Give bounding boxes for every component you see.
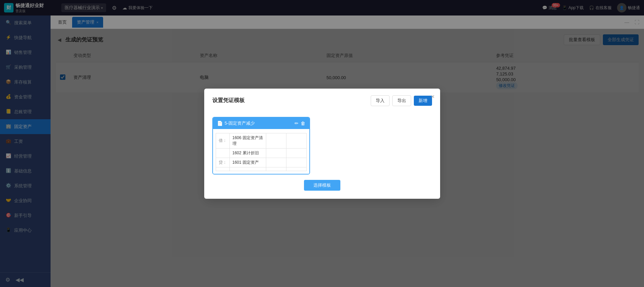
row-credit	[286, 158, 306, 167]
new-template-btn[interactable]: 新增	[414, 96, 432, 106]
template-card-header: 📄 5-固定资产减少 ✏ 🗑	[213, 118, 309, 129]
import-btn[interactable]: 导入	[371, 95, 390, 106]
template-card: 📄 5-固定资产减少 ✏ 🗑 借： 1606 固定资产清理	[212, 117, 310, 174]
template-row-3: 贷： 1601 固定资产	[216, 158, 306, 167]
select-template-btn[interactable]: 选择模板	[304, 180, 340, 191]
row-account: 1602 累计折旧	[229, 148, 266, 158]
row-debit	[266, 133, 286, 148]
template-card-body: 借： 1606 固定资产清理 1602 累计折旧	[213, 129, 309, 174]
set-template-modal: 设置凭证模板 导入 导出 新增 × 📄 5-固定资产减少 ✏ 🗑	[204, 89, 440, 199]
row-direction: 借：	[216, 133, 229, 148]
modal-body: 📄 5-固定资产减少 ✏ 🗑 借： 1606 固定资产清理	[204, 111, 440, 199]
template-table: 借： 1606 固定资产清理 1602 累计折旧	[216, 133, 307, 171]
export-btn[interactable]: 导出	[392, 95, 411, 106]
template-row-2: 1602 累计折旧	[216, 148, 306, 158]
template-delete-btn[interactable]: 🗑	[301, 121, 305, 126]
row-debit	[266, 148, 286, 158]
row-debit	[266, 158, 286, 167]
modal-backdrop: 设置凭证模板 导入 导出 新增 × 📄 5-固定资产减少 ✏ 🗑	[0, 0, 644, 287]
row-direction	[216, 148, 229, 158]
modal-title: 设置凭证模板	[212, 97, 245, 104]
row-credit	[286, 133, 306, 148]
modal-header: 设置凭证模板 导入 导出 新增 ×	[204, 89, 440, 111]
modal-header-actions: 导入 导出 新增	[371, 95, 432, 106]
template-card-icon: 📄	[217, 121, 223, 126]
row-direction: 贷：	[216, 158, 229, 167]
row-account: 1601 固定资产	[229, 158, 266, 167]
template-edit-btn[interactable]: ✏	[295, 121, 299, 126]
template-row-1: 借： 1606 固定资产清理	[216, 133, 306, 148]
modal-close-btn[interactable]: ×	[431, 93, 435, 100]
row-account: 1606 固定资产清理	[229, 133, 266, 148]
template-card-title: 5-固定资产减少	[225, 120, 293, 126]
template-card-actions: ✏ 🗑	[295, 121, 305, 126]
template-row-4	[216, 167, 306, 171]
row-credit	[286, 148, 306, 158]
